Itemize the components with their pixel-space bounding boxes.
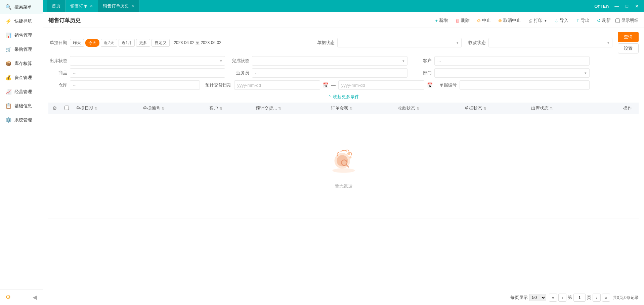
select-all-checkbox[interactable] [65, 106, 69, 110]
bottom-settings-icon[interactable]: ⚙ [5, 294, 11, 301]
date-today-btn[interactable]: 今天 [85, 39, 99, 47]
sidebar-bottom: ⚙ ◀ [0, 289, 43, 305]
filter-order-status: 单据状态 ▾ [316, 38, 461, 47]
add-button[interactable]: + 新增 [433, 16, 451, 25]
empty-state-row: 暂无数据 [48, 114, 639, 219]
completion-status-select[interactable]: ▾ [252, 56, 407, 66]
cancel-stop-button[interactable]: ⊗ 取消中止 [496, 16, 523, 25]
department-label: 部门 [413, 70, 432, 76]
goods-input[interactable]: ··· [70, 68, 225, 78]
last-page-btn[interactable]: » [602, 294, 610, 302]
filter-expected-date: 预计交货日期 yyyy-mm-dd 📅 — yyyy-mm-dd 📅 [205, 80, 433, 90]
tab-home[interactable]: 首页 [47, 0, 66, 12]
tab-sales-order-close[interactable]: ✕ [90, 4, 93, 8]
date-more-btn[interactable]: 更多 [136, 39, 150, 47]
collapse-label: 收起更多条件 [333, 94, 359, 100]
data-table: ⚙ 单据日期 ⇅ 单据编号 [48, 103, 639, 219]
table-header: ⚙ 单据日期 ⇅ 单据编号 [48, 103, 639, 114]
delivery-status-select[interactable]: ▾ [70, 56, 225, 66]
customer-label: 客户 [413, 58, 432, 64]
sort-number-icon[interactable]: ⇅ [162, 106, 165, 111]
date-range-wrap: yyyy-mm-dd 📅 — yyyy-mm-dd 📅 [234, 80, 433, 90]
table-settings-icon[interactable]: ⚙ [52, 105, 57, 111]
export-button[interactable]: ⇧ 导出 [573, 16, 592, 25]
sidebar-item-purchase-mgmt[interactable]: 🛒 采购管理 [0, 42, 43, 56]
date-control: 昨天 今天 近7天 近1月 更多 自定义 2023-06-02 至 2023-0… [70, 39, 310, 47]
filter-warehouse: 仓库 ··· [48, 80, 200, 90]
import-button[interactable]: ⇩ 导入 [552, 16, 571, 25]
prev-page-btn[interactable]: ‹ [558, 294, 566, 302]
delete-button[interactable]: 🗑 删除 [453, 16, 472, 25]
calendar-icon: 📅 [323, 82, 329, 88]
order-number-input[interactable] [460, 80, 590, 90]
sort-payment-status-icon[interactable]: ⇅ [417, 106, 420, 111]
date-yesterday-btn[interactable]: 昨天 [70, 39, 84, 47]
settings-setup-button[interactable]: 设置 [618, 43, 639, 53]
display-columns-toggle[interactable]: 显示明细 [615, 17, 639, 24]
stop-label: 中止 [482, 17, 491, 24]
sort-date-icon[interactable]: ⇅ [95, 106, 98, 111]
sidebar-item-finance[interactable]: 💰 资金管理 [0, 71, 43, 85]
per-page-select[interactable]: 50 10 20 100 [529, 294, 546, 301]
first-page-btn[interactable]: « [549, 294, 557, 302]
sidebar-item-label: 采购管理 [14, 46, 32, 52]
warehouse-label: 仓库 [48, 82, 67, 88]
per-page-label: 每页显示 [510, 295, 528, 301]
operations-icon: 📈 [5, 89, 12, 95]
expected-date-from-placeholder: yyyy-mm-dd [237, 83, 261, 88]
sort-expected-date-icon[interactable]: ⇅ [278, 106, 281, 111]
window-close-icon[interactable]: ✕ [634, 4, 640, 9]
chevron-down-icon: ▾ [402, 59, 404, 63]
next-page-btn[interactable]: › [593, 294, 601, 302]
query-button[interactable]: 查询 [618, 32, 639, 42]
total-info: 共0页,0条记录 [613, 295, 639, 301]
sidebar-item-sales-mgmt[interactable]: 📊 销售管理 [0, 28, 43, 42]
display-columns-checkbox[interactable] [615, 18, 620, 23]
sidebar-item-quick-nav[interactable]: ⚡ 快捷导航 [0, 14, 43, 28]
stop-button[interactable]: ⊘ 中止 [474, 16, 493, 25]
sidebar-item-label: 快捷导航 [14, 18, 32, 24]
window-maximize-icon[interactable]: □ [624, 4, 630, 9]
tab-sales-order-history[interactable]: 销售订单历史 ✕ [98, 0, 139, 12]
customer-input[interactable]: ··· [434, 56, 590, 66]
per-page-section: 每页显示 50 10 20 100 [510, 294, 546, 301]
sidebar-collapse-icon[interactable]: ◀ [33, 294, 37, 301]
filter-goods: 商品 ··· [48, 68, 225, 78]
expected-date-to-input[interactable]: yyyy-mm-dd [338, 80, 424, 90]
collapse-more-conditions[interactable]: ⌃ 收起更多条件 [48, 92, 639, 101]
th-amount: 订单金额 ⇅ [328, 103, 394, 114]
window-minimize-icon[interactable]: — [613, 4, 620, 9]
export-icon: ⇧ [576, 18, 579, 23]
dots-icon: ··· [73, 71, 77, 76]
date-1month-btn[interactable]: 近1月 [119, 39, 135, 47]
sort-delivery-status-icon[interactable]: ⇅ [550, 106, 553, 111]
order-status-select[interactable]: ▾ [337, 38, 461, 47]
date-custom-btn[interactable]: 自定义 [152, 39, 170, 47]
page-number-input[interactable] [573, 294, 586, 302]
sidebar-item-search-menu[interactable]: 🔍 搜索菜单 [0, 0, 43, 14]
print-button[interactable]: 🖨 打印 ▼ [525, 16, 550, 25]
payment-status-select[interactable]: ▾ [488, 38, 612, 47]
toolbar: + 新增 🗑 删除 ⊘ 中止 ⊗ 取消中止 🖨 打印 [433, 16, 639, 25]
sidebar-item-sys-mgmt[interactable]: ⚙️ 系统管理 [0, 113, 43, 127]
date-7days-btn[interactable]: 近7天 [101, 39, 117, 47]
sidebar-item-base-info[interactable]: 📋 基础信息 [0, 99, 43, 113]
chevron-down-icon: ▾ [457, 41, 459, 45]
tab-sales-order-history-close[interactable]: ✕ [131, 4, 134, 8]
sidebar-item-operations[interactable]: 📈 经营管理 [0, 85, 43, 99]
warehouse-input[interactable]: ··· [70, 80, 200, 90]
refresh-button[interactable]: ↺ 刷新 [594, 16, 613, 25]
import-label: 导入 [560, 17, 568, 24]
expected-date-from-input[interactable]: yyyy-mm-dd [234, 80, 320, 90]
salesperson-input[interactable]: ··· [252, 68, 407, 78]
sort-amount-icon[interactable]: ⇅ [350, 106, 353, 111]
delete-icon: 🗑 [455, 18, 460, 23]
topbar: 首页 销售订单 ✕ 销售订单历史 ✕ OfTEn — □ ✕ [43, 0, 644, 12]
sidebar-item-inventory[interactable]: 📦 库存核算 [0, 56, 43, 71]
sidebar-item-label: 资金管理 [14, 75, 32, 81]
tab-sales-order[interactable]: 销售订单 ✕ [66, 0, 98, 12]
sort-customer-icon[interactable]: ⇅ [219, 106, 222, 111]
sort-order-status-icon[interactable]: ⇅ [483, 106, 486, 111]
department-select[interactable]: ▾ [434, 68, 590, 78]
dash-separator: — [330, 83, 337, 88]
